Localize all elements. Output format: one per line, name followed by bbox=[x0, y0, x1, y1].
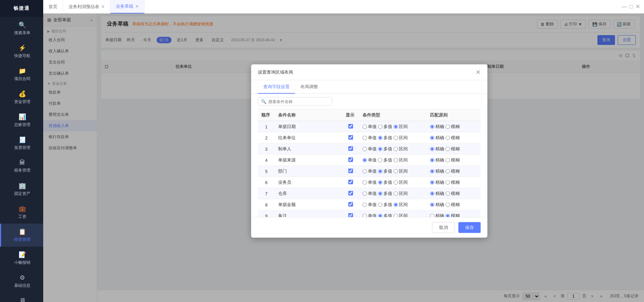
type-single-radio[interactable] bbox=[363, 202, 367, 207]
type-single-radio[interactable] bbox=[363, 213, 367, 217]
row-show[interactable] bbox=[342, 210, 359, 217]
type-range-radio[interactable] bbox=[394, 191, 398, 196]
match-exact-radio[interactable] bbox=[430, 191, 434, 196]
sidebar-item-search[interactable]: 🔍 搜索亲单 bbox=[0, 17, 43, 40]
show-checkbox[interactable] bbox=[348, 135, 353, 140]
type-range-radio[interactable] bbox=[394, 158, 398, 162]
tab-field-settings[interactable]: 查询字段设置 bbox=[258, 80, 295, 94]
type-single-radio[interactable] bbox=[363, 135, 367, 140]
type-range-radio[interactable] bbox=[394, 147, 398, 151]
show-checkbox[interactable] bbox=[348, 202, 353, 206]
match-exact-radio[interactable] bbox=[430, 135, 434, 140]
sidebar-item-salary[interactable]: 💼 工资 bbox=[0, 201, 43, 224]
sidebar-item-quick[interactable]: ⚡ 快捷导航 bbox=[0, 40, 43, 63]
show-checkbox[interactable] bbox=[348, 213, 353, 217]
match-exact-radio[interactable] bbox=[430, 213, 434, 217]
match-fuzzy-radio[interactable] bbox=[446, 202, 450, 207]
show-checkbox[interactable] bbox=[348, 124, 353, 128]
type-range-radio[interactable] bbox=[394, 202, 398, 207]
sidebar-item-project[interactable]: 📁 项目合同 bbox=[0, 63, 43, 86]
type-single-radio[interactable] bbox=[363, 169, 367, 173]
row-match[interactable]: 精确模糊 bbox=[427, 199, 481, 210]
row-show[interactable] bbox=[342, 154, 359, 166]
sidebar-item-assets[interactable]: 🏢 固定资产 bbox=[0, 178, 43, 201]
sidebar-item-system[interactable]: 🖥 系统管理 bbox=[0, 293, 43, 302]
type-single-radio[interactable] bbox=[363, 191, 367, 196]
match-fuzzy-radio[interactable] bbox=[446, 191, 450, 196]
row-show[interactable] bbox=[342, 143, 359, 154]
type-single-radio[interactable] bbox=[363, 158, 367, 162]
sidebar-item-business[interactable]: 📋 经营管理 bbox=[0, 224, 43, 247]
row-show[interactable] bbox=[342, 166, 359, 177]
row-type[interactable]: 单值多值区间 bbox=[359, 166, 427, 177]
match-fuzzy-radio[interactable] bbox=[446, 124, 450, 129]
type-multi-radio[interactable] bbox=[378, 202, 382, 207]
dialog-close-button[interactable]: ✕ bbox=[476, 69, 481, 75]
type-multi-radio[interactable] bbox=[378, 169, 382, 173]
show-checkbox[interactable] bbox=[348, 179, 353, 184]
tab-layout-adjust[interactable]: 布局调整 bbox=[295, 80, 323, 94]
row-type[interactable]: 单值多值区间 bbox=[359, 177, 427, 188]
show-checkbox[interactable] bbox=[348, 146, 353, 151]
type-range-radio[interactable] bbox=[394, 213, 398, 217]
match-fuzzy-radio[interactable] bbox=[446, 180, 450, 184]
type-multi-radio[interactable] bbox=[378, 158, 382, 162]
match-fuzzy-radio[interactable] bbox=[446, 135, 450, 140]
row-match[interactable]: 精确模糊 bbox=[427, 210, 481, 217]
match-exact-radio[interactable] bbox=[430, 124, 434, 129]
type-multi-radio[interactable] bbox=[378, 135, 382, 140]
sidebar-item-basic[interactable]: ⚙ 基础信息 bbox=[0, 270, 43, 293]
type-range-radio[interactable] bbox=[394, 169, 398, 173]
type-multi-radio[interactable] bbox=[378, 213, 382, 217]
row-show[interactable] bbox=[342, 199, 359, 210]
tab-draft-close[interactable]: ✕ bbox=[135, 4, 139, 9]
row-match[interactable]: 精确模糊 bbox=[427, 154, 481, 166]
match-exact-radio[interactable] bbox=[430, 147, 434, 151]
type-single-radio[interactable] bbox=[363, 180, 367, 184]
tab-home[interactable]: 首页 bbox=[43, 0, 63, 14]
row-match[interactable]: 精确模糊 bbox=[427, 188, 481, 199]
row-type[interactable]: 单值多值区间 bbox=[359, 210, 427, 217]
tab-profit[interactable]: 业务利润预估表 ✕ bbox=[63, 0, 110, 14]
type-multi-radio[interactable] bbox=[378, 191, 382, 196]
type-multi-radio[interactable] bbox=[378, 124, 382, 129]
condition-search-input[interactable] bbox=[268, 99, 329, 104]
sidebar-item-ledger[interactable]: 📊 总账管理 bbox=[0, 109, 43, 132]
type-multi-radio[interactable] bbox=[378, 147, 382, 151]
show-checkbox[interactable] bbox=[348, 168, 353, 173]
row-show[interactable] bbox=[342, 121, 359, 132]
type-single-radio[interactable] bbox=[363, 124, 367, 129]
row-type[interactable]: 单值多值区间 bbox=[359, 132, 427, 143]
match-fuzzy-radio[interactable] bbox=[446, 158, 450, 162]
row-match[interactable]: 精确模糊 bbox=[427, 177, 481, 188]
window-maximize[interactable]: □ bbox=[629, 4, 633, 10]
match-exact-radio[interactable] bbox=[430, 180, 434, 184]
sidebar-item-tax[interactable]: 🏛 税务管理 bbox=[0, 155, 43, 178]
sidebar-item-finance[interactable]: 💰 资金管理 bbox=[0, 86, 43, 109]
row-match[interactable]: 精确模糊 bbox=[427, 132, 481, 143]
row-type[interactable]: 单值多值区间 bbox=[359, 121, 427, 132]
sidebar-item-expense[interactable]: 📝 小畅报销 bbox=[0, 247, 43, 270]
match-exact-radio[interactable] bbox=[430, 202, 434, 207]
tab-draft[interactable]: 业务草稿 ✕ bbox=[110, 0, 144, 14]
row-type[interactable]: 单值多值区间 bbox=[359, 143, 427, 154]
show-checkbox[interactable] bbox=[348, 191, 353, 195]
type-single-radio[interactable] bbox=[363, 147, 367, 151]
sidebar-item-invoice[interactable]: 🧾 发票管理 bbox=[0, 132, 43, 155]
type-range-radio[interactable] bbox=[394, 135, 398, 140]
cancel-button[interactable]: 取消 bbox=[432, 222, 455, 233]
window-close[interactable]: ✕ bbox=[636, 3, 640, 10]
row-type[interactable]: 单值多值区间 bbox=[359, 188, 427, 199]
match-fuzzy-radio[interactable] bbox=[446, 147, 450, 151]
show-checkbox[interactable] bbox=[348, 157, 353, 162]
match-fuzzy-radio[interactable] bbox=[446, 213, 450, 217]
type-range-radio[interactable] bbox=[394, 180, 398, 184]
match-exact-radio[interactable] bbox=[430, 158, 434, 162]
window-minimize[interactable]: — bbox=[621, 4, 627, 10]
match-exact-radio[interactable] bbox=[430, 169, 434, 173]
row-match[interactable]: 精确模糊 bbox=[427, 166, 481, 177]
row-match[interactable]: 精确模糊 bbox=[427, 143, 481, 154]
save-dialog-button[interactable]: 保存 bbox=[458, 222, 481, 233]
row-match[interactable]: 精确模糊 bbox=[427, 121, 481, 132]
type-range-radio[interactable] bbox=[394, 124, 398, 129]
